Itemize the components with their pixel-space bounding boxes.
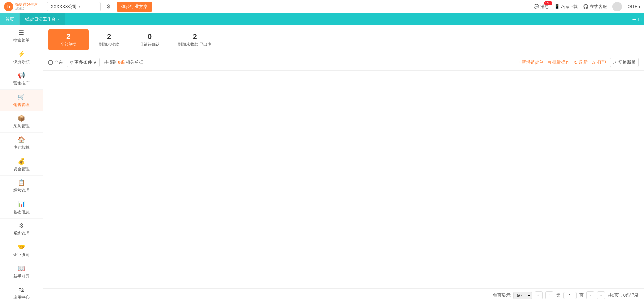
- online-service-button[interactable]: 🎧 在线客服: [583, 4, 607, 10]
- sidebar-item-purchase[interactable]: 📦 采购管理: [0, 111, 43, 133]
- card-overdue-shipped[interactable]: 2 到期未收款 已出库: [170, 29, 219, 50]
- purchase-icon: 📦: [18, 115, 25, 122]
- inventory-icon: 🏠: [18, 136, 25, 143]
- logo-badge: 标准版: [15, 7, 38, 11]
- checkbox-input[interactable]: [48, 60, 53, 65]
- sales-icon: 🛒: [18, 93, 25, 101]
- sidebar-item-guide[interactable]: 📖 新手引导: [0, 261, 43, 283]
- filter-arrow-icon: ∨: [93, 60, 97, 65]
- total-info: 共0页，0条记录: [608, 292, 639, 298]
- table-area: [43, 71, 644, 288]
- prev-page-button[interactable]: ‹: [545, 291, 553, 299]
- online-service-label: 在线客服: [590, 4, 607, 10]
- sidebar-purchase-label: 采购管理: [13, 123, 30, 129]
- print-button[interactable]: 🖨 打印: [592, 59, 606, 65]
- switch-icon: ⇄: [613, 60, 617, 65]
- tab-bar: 首页 钱货日清工作台 × ─ □: [0, 13, 644, 25]
- trial-button[interactable]: 体验行业方案: [117, 2, 152, 12]
- message-button[interactable]: 💬 消息 99+: [534, 4, 549, 10]
- sidebar-item-system[interactable]: ⚙ 系统管理: [0, 219, 43, 240]
- sidebar-item-basic-info[interactable]: 📊 基础信息: [0, 197, 43, 219]
- card-overdue-label: 到期未收款: [97, 42, 121, 47]
- sidebar-item-marketing[interactable]: 📢 营销推广: [0, 68, 43, 90]
- sidebar-item-finance[interactable]: 💰 资金管理: [0, 154, 43, 176]
- current-page-suffix: 页: [579, 292, 584, 298]
- refresh-label: 刷新: [579, 59, 588, 65]
- card-overdue[interactable]: 2 到期未收款: [89, 29, 129, 50]
- toolbar-right: + 新增销货单 ⊞ 批量操作 ↻ 刷新 🖨 打印 ⇄ 切换新版: [518, 58, 639, 67]
- sidebar-operations-label: 经营管理: [13, 188, 30, 193]
- found-suffix: 相关单据: [126, 60, 143, 65]
- found-count: 0条: [118, 60, 125, 65]
- app-download-button[interactable]: 📱 App下载: [554, 4, 578, 10]
- filter-icon: ▽: [70, 60, 73, 65]
- top-header: b 畅捷通好生意 标准版 XXXXXX公司 ▾ ⚙ 体验行业方案 💬 消息 99…: [0, 0, 644, 13]
- sidebar-collaboration-label: 企业协同: [13, 252, 30, 258]
- card-wangpu-label: 旺铺待确认: [138, 42, 162, 47]
- switch-version-button[interactable]: ⇄ 切换新版: [610, 58, 639, 67]
- service-icon: 🎧: [583, 4, 588, 9]
- logo-icon: b: [4, 2, 13, 11]
- message-icon: 💬: [534, 4, 539, 9]
- marketing-icon: 📢: [18, 72, 25, 79]
- sidebar-item-sales[interactable]: 🛒 销售管理: [0, 90, 43, 111]
- basic-info-icon: 📊: [18, 200, 25, 208]
- switch-label: 切换新版: [618, 59, 636, 65]
- header-right: 💬 消息 99+ 📱 App下载 🎧 在线客服 OfTEn: [534, 2, 640, 11]
- tab-home[interactable]: 首页: [0, 13, 19, 25]
- sidebar-guide-label: 新手引导: [13, 274, 30, 279]
- batch-label: 批量操作: [552, 59, 570, 65]
- toolbar: 全选 ▽ 更多条件 ∨ 共找到 0条 相关单据 + 新增销货单 ⊞ 批量操作 ↻…: [43, 54, 644, 71]
- batch-icon: ⊞: [547, 60, 551, 65]
- last-page-button[interactable]: »: [597, 291, 605, 299]
- settings-button[interactable]: ⚙: [103, 2, 113, 12]
- page-size-label: 每页显示: [493, 292, 511, 298]
- sidebar: ☰ 搜索菜单 ⚡ 快捷导航 📢 营销推广 🛒 销售管理 📦 采购管理 🏠 库存核…: [0, 25, 43, 302]
- tab-minimize-icon[interactable]: ─: [633, 17, 636, 22]
- card-wangpu-count: 0: [138, 32, 162, 41]
- print-icon: 🖨: [592, 60, 596, 65]
- filter-button[interactable]: ▽ 更多条件 ∨: [67, 58, 100, 67]
- content-area: 2 全部单据 2 到期未收款 0 旺铺待确认 2 到期未收款 已出库: [43, 25, 644, 302]
- logo-text: 畅捷通好生意: [15, 2, 38, 7]
- user-avatar: [612, 2, 622, 11]
- sidebar-item-inventory[interactable]: 🏠 库存核算: [0, 133, 43, 154]
- guide-icon: 📖: [18, 265, 25, 272]
- finance-icon: 💰: [18, 158, 25, 165]
- company-selector[interactable]: XXXXXX公司 ▾: [47, 2, 101, 11]
- sidebar-item-app-center[interactable]: 🛍 应用中心: [0, 283, 43, 302]
- company-arrow-icon: ▾: [79, 5, 80, 8]
- summary-cards: 2 全部单据 2 到期未收款 0 旺铺待确认 2 到期未收款 已出库: [43, 25, 644, 54]
- sidebar-item-collaboration[interactable]: 🤝 企业协同: [0, 240, 43, 261]
- user-name: OfTEn: [627, 4, 640, 9]
- logo-area: b 畅捷通好生意 标准版: [4, 2, 47, 11]
- sidebar-item-operations[interactable]: 📋 经营管理: [0, 176, 43, 197]
- tab-close-icon[interactable]: ×: [58, 17, 60, 21]
- next-page-button[interactable]: ›: [586, 291, 594, 299]
- refresh-button[interactable]: ↻ 刷新: [574, 59, 588, 65]
- first-page-button[interactable]: «: [535, 291, 543, 299]
- found-text: 共找到 0条 相关单据: [104, 59, 143, 65]
- page-number-input[interactable]: [563, 292, 577, 299]
- found-prefix: 共找到: [104, 60, 117, 65]
- sidebar-item-search[interactable]: ☰ 搜索菜单: [0, 25, 43, 47]
- sidebar-sales-label: 销售管理: [13, 102, 30, 108]
- sidebar-system-label: 系统管理: [13, 231, 30, 236]
- select-all-label: 全选: [54, 59, 63, 65]
- card-all[interactable]: 2 全部单据: [48, 29, 89, 50]
- card-overdue-count: 2: [97, 32, 121, 41]
- sidebar-item-shortcuts[interactable]: ⚡ 快捷导航: [0, 47, 43, 68]
- select-all-checkbox[interactable]: 全选: [48, 59, 63, 65]
- system-icon: ⚙: [19, 222, 24, 229]
- card-wangpu[interactable]: 0 旺铺待确认: [129, 29, 170, 50]
- current-page-label: 第: [556, 292, 560, 298]
- operations-icon: 📋: [18, 179, 25, 186]
- tab-active[interactable]: 钱货日清工作台 ×: [19, 13, 65, 25]
- batch-operation-button[interactable]: ⊞ 批量操作: [547, 59, 570, 65]
- page-size-select[interactable]: 10 20 50 100: [513, 292, 532, 299]
- app-center-icon: 🛍: [18, 286, 24, 293]
- new-sales-order-button[interactable]: + 新增销货单: [518, 59, 543, 65]
- tab-maximize-icon[interactable]: □: [639, 17, 641, 22]
- sidebar-app-center-label: 应用中心: [13, 295, 30, 300]
- app-download-label: App下载: [561, 4, 578, 10]
